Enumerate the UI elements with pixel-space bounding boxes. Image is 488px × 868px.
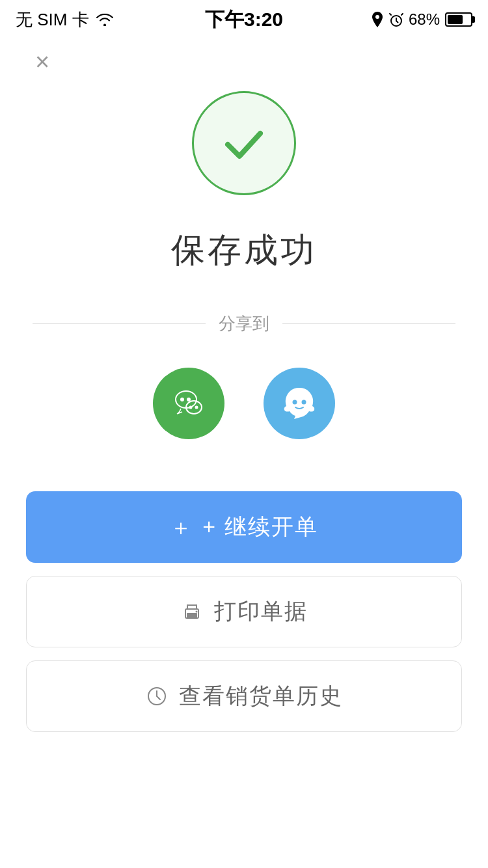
history-button[interactable]: 查看销货单历史 (26, 660, 462, 732)
close-icon: × (35, 49, 49, 74)
svg-point-0 (375, 15, 379, 19)
continue-order-button[interactable]: ＋ + 继续开单 (26, 491, 462, 563)
main-content: 保存成功 分享到 (0, 39, 488, 732)
history-icon (145, 685, 169, 708)
print-button[interactable]: 打印单据 (26, 576, 462, 647)
continue-label: + 继续开单 (202, 512, 318, 542)
status-carrier: 无 SIM 卡 (16, 8, 114, 31)
success-title: 保存成功 (171, 228, 317, 273)
wifi-icon (96, 13, 114, 26)
qq-icon (278, 383, 320, 424)
print-label: 打印单据 (214, 597, 308, 627)
svg-point-9 (302, 400, 306, 405)
divider-line-right (282, 323, 455, 324)
share-icons (153, 368, 335, 439)
svg-point-12 (196, 611, 198, 613)
alarm-icon (389, 12, 403, 27)
svg-point-8 (293, 400, 297, 405)
svg-point-4 (187, 398, 191, 401)
svg-rect-11 (187, 613, 197, 618)
status-bar: 无 SIM 卡 下午3:20 68% (0, 0, 488, 39)
wechat-share-button[interactable] (153, 368, 224, 439)
status-time: 下午3:20 (205, 7, 283, 33)
print-icon (180, 600, 204, 623)
battery-icon (445, 12, 472, 27)
status-right: 68% (371, 10, 472, 29)
checkmark-icon (218, 117, 270, 169)
history-label: 查看销货单历史 (179, 681, 343, 711)
divider-line-left (33, 323, 206, 324)
battery-percent: 68% (409, 10, 440, 29)
location-icon (371, 12, 384, 27)
share-label: 分享到 (206, 312, 282, 335)
success-circle (192, 91, 296, 195)
svg-point-7 (195, 406, 198, 409)
qq-share-button[interactable] (264, 368, 335, 439)
plus-icon: ＋ (170, 516, 192, 538)
svg-point-3 (180, 398, 184, 401)
actions: ＋ + 继续开单 打印单据 查看销货单历史 (0, 491, 488, 732)
wechat-icon (168, 383, 210, 424)
close-button[interactable]: × (26, 46, 59, 78)
share-divider: 分享到 (0, 312, 488, 335)
svg-point-6 (189, 406, 193, 409)
